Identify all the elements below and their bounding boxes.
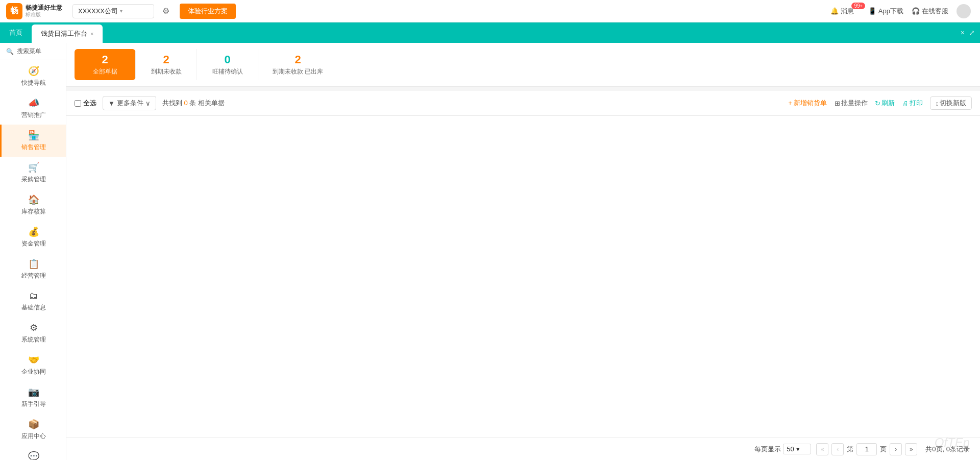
tab-home[interactable]: 首页 (0, 22, 32, 43)
company-selector[interactable]: XXXXXX公司 ▾ (72, 4, 154, 18)
card-all[interactable]: 2 全部单据 (75, 49, 136, 80)
print-button[interactable]: 🖨 打印 (902, 99, 923, 108)
sidebar-label-inventory: 库存核算 (21, 207, 46, 216)
logo-main-title: 畅捷通好生意 (26, 4, 62, 11)
inventory-icon: 🏠 (28, 194, 39, 205)
sidebar-item-finance[interactable]: 💰 资金管理 (0, 221, 66, 253)
search-menu-button[interactable]: 🔍 搜索菜单 (0, 43, 66, 60)
operations-icon: 📋 (28, 258, 39, 270)
batch-operation-button[interactable]: ⊞ 批量操作 (835, 99, 868, 108)
card-overdue-label: 到期未收款 (151, 67, 182, 76)
settings-button[interactable]: ⚙ (158, 4, 174, 19)
search-icon: 🔍 (6, 48, 14, 55)
user-avatar-button[interactable] (957, 4, 974, 18)
print-icon: 🖨 (902, 100, 909, 107)
sidebar: 🔍 搜索菜单 🧭 快捷导航 📣 营销推广 🏪 销售管理 🛒 采购管理 🏠 库存核… (0, 43, 66, 460)
tab-active-label: 钱货日清工作台 (41, 29, 87, 38)
wechat-icon: 💬 (28, 451, 39, 460)
main-layout: 🔍 搜索菜单 🧭 快捷导航 📣 营销推广 🏪 销售管理 🛒 采购管理 🏠 库存核… (0, 43, 980, 460)
top-bar: 畅 畅捷通好生意 标准版 XXXXXX公司 ▾ ⚙ 体验行业方案 🔔 消息 99… (0, 0, 980, 22)
per-page-dropdown[interactable]: 50 ▾ (783, 444, 811, 454)
switch-version-button[interactable]: ↕ 切换新版 (930, 96, 972, 110)
toolbar-right-actions: + 新增销货单 ⊞ 批量操作 ↻ 刷新 🖨 打印 ↕ 切换新版 (788, 96, 972, 110)
sales-icon: 🏪 (28, 130, 39, 141)
refresh-button[interactable]: ↻ 刷新 (875, 99, 895, 108)
batch-icon: ⊞ (835, 100, 840, 107)
result-text: 共找到 0 条 相关单据 (162, 99, 225, 108)
logo-text: 畅捷通好生意 标准版 (26, 4, 62, 17)
sidebar-item-inventory[interactable]: 🏠 库存核算 (0, 189, 66, 221)
content-area: 2 全部单据 2 到期未收款 0 旺辅待确认 2 到期未收款 已出库 全选 (66, 43, 980, 460)
tab-active[interactable]: 钱货日清工作台 × (32, 25, 103, 43)
sidebar-item-basics[interactable]: 🗂 基础信息 (0, 285, 66, 317)
tab-close-icon[interactable]: × (90, 31, 93, 37)
first-page-button[interactable]: « (816, 443, 828, 455)
appstore-icon: 📦 (28, 419, 39, 430)
toolbar: 全选 ▼ 更多条件 ∨ 共找到 0 条 相关单据 + 新增销货单 ⊞ 批量操作 (66, 91, 980, 116)
page-input[interactable] (856, 443, 877, 455)
sidebar-item-system[interactable]: ⚙ 系统管理 (0, 317, 66, 349)
app-download-button[interactable]: 📱 App下载 (868, 7, 903, 16)
tabs-bar: 首页 钱货日清工作台 × × ⤢ (0, 22, 980, 43)
prev-page-button[interactable]: ‹ (831, 443, 844, 455)
sidebar-item-wechat[interactable]: 💬 企业微信 (0, 446, 66, 460)
card-overdue-unpaid[interactable]: 2 到期未收款 (136, 49, 197, 80)
sidebar-item-operations[interactable]: 📋 经营管理 (0, 253, 66, 285)
download-icon: 📱 (868, 7, 876, 15)
card-pending-number: 0 (224, 53, 230, 66)
online-service-button[interactable]: 🎧 在线客服 (912, 7, 948, 16)
select-all-checkbox[interactable]: 全选 (75, 99, 96, 108)
result-count: 0 (184, 99, 188, 107)
last-page-button[interactable]: » (905, 443, 917, 455)
window-expand-button[interactable]: ⤢ (969, 29, 975, 37)
avatar (957, 4, 971, 18)
filter-icon: ▼ (108, 100, 115, 107)
sidebar-item-quick-nav[interactable]: 🧭 快捷导航 (0, 60, 66, 92)
messages-button[interactable]: 🔔 消息 99+ (830, 7, 860, 16)
guide-icon: 📷 (28, 386, 39, 398)
sidebar-item-guide[interactable]: 📷 新手引导 (0, 381, 66, 414)
sidebar-label-system: 系统管理 (21, 335, 46, 344)
sidebar-label-basics: 基础信息 (21, 303, 46, 312)
trial-button[interactable]: 体验行业方案 (180, 4, 236, 19)
tabs-right-actions: × ⤢ (961, 29, 980, 37)
switch-icon: ↕ (936, 100, 939, 107)
per-page-value: 50 (787, 445, 794, 453)
card-pending-label: 旺辅待确认 (212, 67, 243, 76)
filter-label: 更多条件 (117, 99, 143, 108)
marketing-icon: 📣 (28, 98, 39, 109)
quick-nav-icon: 🧭 (28, 65, 39, 77)
table-area (66, 116, 980, 438)
sidebar-item-sales[interactable]: 🏪 销售管理 (0, 125, 66, 157)
page-word2: 页 (880, 445, 887, 454)
sidebar-item-enterprise[interactable]: 🤝 企业协同 (0, 349, 66, 381)
sidebar-label-finance: 资金管理 (21, 239, 46, 248)
card-pending-confirm[interactable]: 0 旺辅待确认 (197, 49, 258, 80)
card-overdue-shipped[interactable]: 2 到期未收款 已出库 (258, 49, 337, 80)
sidebar-label-guide: 新手引导 (21, 400, 46, 408)
window-close-button[interactable]: × (961, 29, 965, 37)
page-navigation: « ‹ 第 页 › » (816, 443, 917, 455)
add-sale-order-button[interactable]: + 新增销货单 (788, 99, 827, 108)
company-name: XXXXXX公司 (78, 7, 118, 16)
card-shipped-label: 到期未收款 已出库 (273, 67, 323, 76)
card-all-label: 全部单据 (93, 67, 117, 76)
sidebar-item-appstore[interactable]: 📦 应用中心 (0, 414, 66, 446)
sidebar-item-marketing[interactable]: 📣 营销推广 (0, 92, 66, 125)
top-right-actions: 🔔 消息 99+ 📱 App下载 🎧 在线客服 (830, 4, 974, 18)
enterprise-icon: 🤝 (28, 354, 39, 366)
per-page-label: 每页显示 (754, 445, 781, 454)
page-word: 第 (847, 445, 853, 454)
sidebar-label-purchase: 采购管理 (21, 175, 46, 184)
logo-sub-title: 标准版 (26, 12, 62, 18)
dropdown-arrow-icon: ▾ (796, 445, 800, 453)
filter-button[interactable]: ▼ 更多条件 ∨ (103, 96, 156, 110)
next-page-button[interactable]: › (890, 443, 902, 455)
sidebar-label-enterprise: 企业协同 (21, 368, 46, 376)
sidebar-item-purchase[interactable]: 🛒 采购管理 (0, 157, 66, 189)
card-all-number: 2 (102, 53, 108, 66)
system-icon: ⚙ (30, 322, 38, 333)
chevron-filter-icon: ∨ (145, 100, 151, 107)
select-all-input[interactable] (75, 100, 81, 107)
pagination-footer: 每页显示 50 ▾ « ‹ 第 页 › » 共0页, 0条记录 (66, 438, 980, 460)
